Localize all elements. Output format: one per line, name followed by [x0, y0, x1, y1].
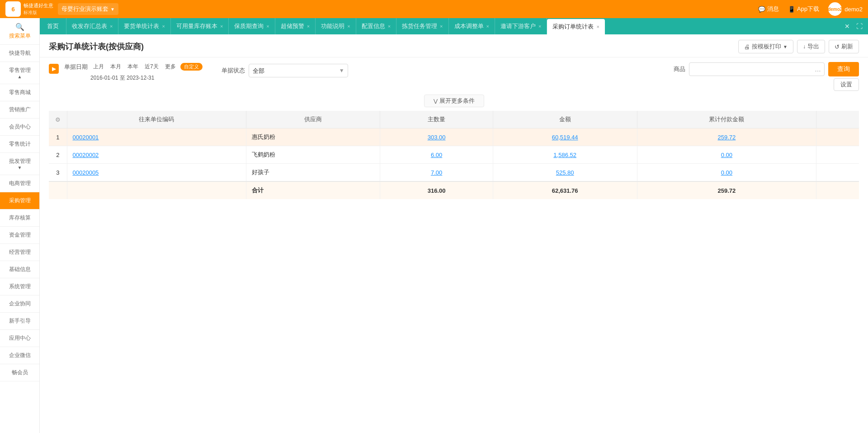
- row-paid-amount[interactable]: 0.00: [637, 164, 816, 182]
- tab-close-icon[interactable]: ×: [486, 24, 489, 29]
- row-code[interactable]: 00020001: [67, 128, 246, 146]
- sidebar-item-retail-stats[interactable]: 零售统计: [0, 136, 39, 153]
- logo-icon: 6: [5, 1, 21, 17]
- sidebar-item-marketing[interactable]: 营销推广: [0, 101, 39, 119]
- tab-close-icon[interactable]: ×: [220, 24, 223, 29]
- col-qty-header: 主数量: [380, 111, 493, 128]
- tab-available-inventory[interactable]: 可用量库存账本 ×: [171, 18, 229, 34]
- tab-receive-report[interactable]: 收发存汇总表 ×: [66, 18, 118, 34]
- status-filter-label: 单据状态: [222, 67, 245, 75]
- tab-close-icon[interactable]: ×: [162, 24, 165, 29]
- tab-purchase-stats[interactable]: 要货单统计表 ×: [118, 18, 170, 34]
- sidebar-item-vip[interactable]: 畅会员: [0, 364, 39, 381]
- summary-row: 合计 316.00 62,631.76 259.72: [49, 181, 859, 199]
- expand-icon: ⋁: [434, 98, 438, 104]
- date-filter-label: 单据日期: [64, 63, 88, 71]
- row-qty[interactable]: 6.00: [380, 146, 493, 164]
- date-shortcut-more[interactable]: 更多: [163, 62, 178, 71]
- table-row: 2 00020002 飞鹤奶粉 6.00 1,586.52 0.00: [49, 146, 859, 164]
- table-row: 3 00020005 好孩子 7.00 525.80 0.00: [49, 164, 859, 182]
- row-code[interactable]: 00020002: [67, 146, 246, 164]
- tab-close-icon[interactable]: ×: [538, 24, 541, 29]
- summary-qty: 316.00: [380, 181, 493, 199]
- sidebar-item-member[interactable]: 会员中心: [0, 119, 39, 136]
- row-amount[interactable]: 1,586.52: [493, 146, 637, 164]
- goods-filter-label: 商品: [674, 65, 685, 73]
- tab-close-icon[interactable]: ×: [388, 24, 391, 29]
- row-paid-amount[interactable]: 259.72: [637, 128, 816, 146]
- workspace-name: 母婴行业演示账套: [61, 5, 108, 13]
- summary-label: 合计: [246, 181, 380, 199]
- tab-close-icon[interactable]: ×: [440, 24, 443, 29]
- workspace-selector[interactable]: 母婴行业演示账套 ▼: [58, 3, 118, 15]
- sidebar-item-appcenter[interactable]: 应用中心: [0, 330, 39, 347]
- date-shortcut-this-month[interactable]: 本月: [108, 62, 123, 71]
- tab-purchase-order-stats[interactable]: 采购订单统计表 ×: [547, 19, 604, 34]
- date-shortcut-7days[interactable]: 近7天: [143, 62, 160, 71]
- workspace-dropdown-icon: ▼: [110, 7, 115, 12]
- sidebar-item-inventory[interactable]: 库存核算: [0, 209, 39, 227]
- sidebar-item-nav[interactable]: 快捷导航: [0, 45, 39, 62]
- tab-close-icon[interactable]: ×: [110, 24, 113, 29]
- row-amount[interactable]: 525.80: [493, 164, 637, 182]
- sidebar-item-newbie[interactable]: 新手引导: [0, 313, 39, 330]
- filter-toggle-button[interactable]: ▶: [49, 64, 59, 74]
- row-code[interactable]: 00020005: [67, 164, 246, 182]
- sidebar-item-operation[interactable]: 经营管理: [0, 244, 39, 261]
- user-area[interactable]: demo2 demo2: [828, 2, 863, 16]
- message-icon: 💬: [758, 6, 765, 13]
- tab-maximize-button[interactable]: ⛶: [854, 21, 864, 32]
- tab-config[interactable]: 配置信息 ×: [356, 18, 396, 34]
- tab-home[interactable]: 首页: [40, 18, 66, 34]
- refresh-icon: ↺: [835, 43, 840, 50]
- goods-search-input[interactable]: [689, 62, 825, 76]
- sidebar-item-shop[interactable]: 零售商城: [0, 84, 39, 101]
- custom-date-badge[interactable]: 自定义: [180, 63, 203, 71]
- wholesale-expand-icon: ▼: [18, 165, 22, 170]
- sidebar-item-wholesale[interactable]: 批发管理 ▼: [0, 153, 39, 175]
- goods-more-icon[interactable]: …: [815, 66, 821, 73]
- page-title: 采购订单统计表(按供应商): [49, 41, 144, 52]
- row-paid-amount[interactable]: 0.00: [637, 146, 816, 164]
- tab-func-desc[interactable]: 功能说明 ×: [316, 18, 356, 34]
- status-select[interactable]: 全部 待审核 已审核 已作废: [249, 64, 348, 77]
- sidebar-item-purchase[interactable]: 采购管理: [0, 192, 39, 209]
- summary-amount: 62,631.76: [493, 181, 637, 199]
- row-amount[interactable]: 60,519.44: [493, 128, 637, 146]
- col-gear[interactable]: ⚙: [49, 111, 67, 128]
- tab-active-close-icon[interactable]: ×: [596, 24, 599, 29]
- tab-close-icon[interactable]: ×: [307, 24, 310, 29]
- tab-close-icon[interactable]: ×: [347, 24, 350, 29]
- row-qty[interactable]: 303.00: [380, 128, 493, 146]
- refresh-button[interactable]: ↺ 刷新: [829, 40, 859, 53]
- tab-warranty-query[interactable]: 保质期查询 ×: [229, 18, 275, 34]
- sidebar-item-enterprise[interactable]: 企业协同: [0, 295, 39, 313]
- tab-cost-adj[interactable]: 成本调整单 ×: [449, 18, 495, 34]
- date-shortcut-this-year[interactable]: 本年: [126, 62, 140, 71]
- tab-pick-task[interactable]: 拣货任务管理 ×: [396, 18, 448, 34]
- tab-invite-downstream[interactable]: 邀请下游客户 ×: [495, 18, 547, 34]
- col-paid-amount-header: 累计付款金额: [637, 111, 816, 128]
- app-download-button[interactable]: 📱 App下载: [788, 5, 819, 13]
- sidebar-item-ecommerce[interactable]: 电商管理: [0, 175, 39, 192]
- sidebar-item-system[interactable]: 系统管理: [0, 278, 39, 295]
- search-icon: 🔍: [2, 23, 38, 31]
- sidebar-item-finance[interactable]: 资金管理: [0, 227, 39, 244]
- export-button[interactable]: ↓ 导出: [797, 40, 825, 53]
- message-button[interactable]: 💬 消息: [758, 5, 779, 13]
- status-select-wrapper[interactable]: 全部 待审核 已审核 已作废 ▼: [249, 64, 348, 77]
- sidebar-item-retail[interactable]: 零售管理 ▲: [0, 62, 39, 84]
- date-shortcut-last-month[interactable]: 上月: [91, 62, 106, 71]
- sidebar-item-wechat[interactable]: 企业微信: [0, 347, 39, 364]
- query-button[interactable]: 查询: [828, 62, 859, 76]
- table-settings-icon[interactable]: ⚙: [55, 116, 61, 123]
- sidebar-item-search[interactable]: 🔍 搜索菜单: [0, 18, 39, 45]
- tab-overstock[interactable]: 超储预警 ×: [275, 18, 316, 34]
- expand-more-button[interactable]: ⋁ 展开更多条件: [424, 95, 484, 107]
- tab-close-icon[interactable]: ×: [266, 24, 269, 29]
- tab-close-all-button[interactable]: ✕: [843, 21, 852, 32]
- settings-button[interactable]: 设置: [834, 78, 859, 91]
- sidebar-item-basic[interactable]: 基础信息: [0, 261, 39, 278]
- row-qty[interactable]: 7.00: [380, 164, 493, 182]
- print-button[interactable]: 🖨 按模板打印 ▼: [738, 40, 793, 53]
